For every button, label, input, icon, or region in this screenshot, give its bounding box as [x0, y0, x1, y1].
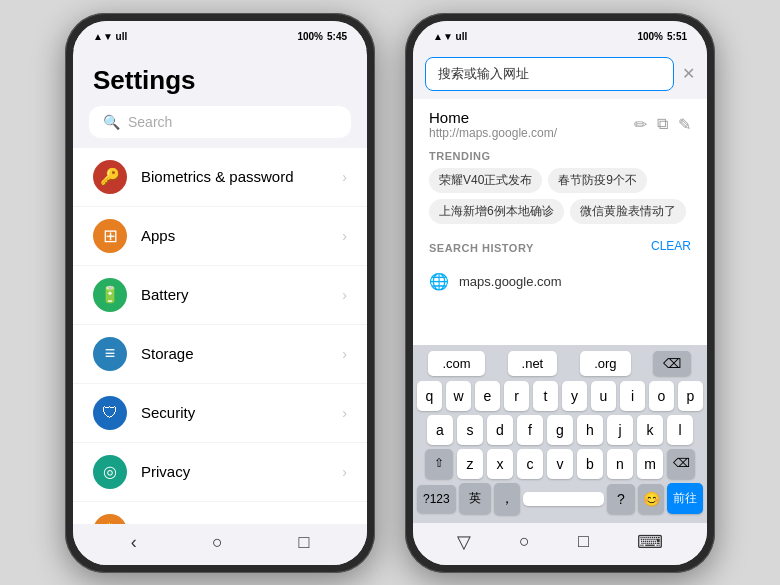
apps-icon: ⊞: [93, 219, 127, 253]
address-text: 搜索或输入网址: [438, 65, 529, 83]
keyboard: .com .net .org ⌫ q w e r t y u i o p a: [413, 345, 707, 523]
key-f[interactable]: f: [517, 415, 543, 445]
menu-item-security[interactable]: 🛡 Security ›: [73, 384, 367, 442]
key-j[interactable]: j: [607, 415, 633, 445]
chevron-icon: ›: [342, 169, 347, 185]
key-comma[interactable]: ，: [494, 483, 520, 515]
key-123[interactable]: ?123: [417, 485, 456, 513]
key-question[interactable]: ?: [607, 484, 635, 514]
key-d[interactable]: d: [487, 415, 513, 445]
del-key[interactable]: ⌫: [667, 449, 695, 479]
key-net[interactable]: .net: [508, 351, 558, 376]
address-input[interactable]: 搜索或输入网址: [425, 57, 674, 91]
key-org[interactable]: .org: [580, 351, 630, 376]
key-w[interactable]: w: [446, 381, 471, 411]
settings-content: Settings 🔍 Search 🔑 Biometrics & passwor…: [73, 49, 367, 524]
key-t[interactable]: t: [533, 381, 558, 411]
key-l[interactable]: l: [667, 415, 693, 445]
right-phone: ▲▼ ull 100% 5:51 搜索或输入网址 ✕ Home http://m…: [405, 13, 715, 573]
key-z[interactable]: z: [457, 449, 483, 479]
edit-icon[interactable]: ✎: [678, 115, 691, 134]
copy-icon[interactable]: ⧉: [657, 115, 668, 134]
back-button-right[interactable]: ▽: [457, 531, 471, 553]
key-lang[interactable]: 英: [459, 483, 491, 514]
key-q[interactable]: q: [417, 381, 442, 411]
key-o[interactable]: o: [649, 381, 674, 411]
history-item-0[interactable]: 🌐 maps.google.com: [429, 266, 691, 297]
keyboard-top-row: .com .net .org ⌫: [417, 351, 703, 376]
key-a[interactable]: a: [427, 415, 453, 445]
menu-item-apps[interactable]: ⊞ Apps ›: [73, 207, 367, 265]
search-history-label: SEARCH HISTORY: [429, 242, 534, 254]
chevron-icon: ›: [342, 287, 347, 303]
key-h[interactable]: h: [577, 415, 603, 445]
recent-button-left[interactable]: □: [298, 532, 309, 553]
key-x[interactable]: x: [487, 449, 513, 479]
keyboard-button-right[interactable]: ⌨: [637, 531, 663, 553]
bookmark-row: Home http://maps.google.com/ ✏ ⧉ ✎: [429, 109, 691, 140]
biometrics-icon: 🔑: [93, 160, 127, 194]
security-icon: 🛡: [93, 396, 127, 430]
status-right-right: 100% 5:51: [637, 31, 687, 42]
key-c[interactable]: c: [517, 449, 543, 479]
status-right-left: 100% 5:45: [297, 31, 347, 42]
chevron-icon: ›: [342, 228, 347, 244]
key-u[interactable]: u: [591, 381, 616, 411]
key-b[interactable]: b: [577, 449, 603, 479]
key-m[interactable]: m: [637, 449, 663, 479]
key-confirm[interactable]: 前往: [667, 483, 703, 514]
storage-label: Storage: [141, 345, 342, 362]
key-com[interactable]: .com: [428, 351, 484, 376]
search-bar[interactable]: 🔍 Search: [89, 106, 351, 138]
search-placeholder: Search: [128, 114, 172, 130]
menu-item-accessibility[interactable]: ✋ Accessibility features ›: [73, 502, 367, 524]
chevron-icon: ›: [342, 405, 347, 421]
key-p[interactable]: p: [678, 381, 703, 411]
status-bar-right: ▲▼ ull 100% 5:51: [413, 21, 707, 49]
key-r[interactable]: r: [504, 381, 529, 411]
tag-1[interactable]: 春节防疫9个不: [548, 168, 647, 193]
menu-item-storage[interactable]: ≡ Storage ›: [73, 325, 367, 383]
key-emoji[interactable]: 😊: [638, 484, 664, 514]
keyboard-row4: ?123 英 ， ? 😊 前往: [417, 483, 703, 515]
tag-2[interactable]: 上海新增6例本地确诊: [429, 199, 564, 224]
key-i[interactable]: i: [620, 381, 645, 411]
pin-icon[interactable]: ✏: [634, 115, 647, 134]
trending-label: TRENDING: [429, 150, 691, 162]
status-signal-left: ▲▼ ull: [93, 31, 127, 42]
keyboard-row2: a s d f g h j k l: [417, 415, 703, 445]
home-button-left[interactable]: ○: [212, 532, 223, 553]
key-space[interactable]: [523, 492, 604, 506]
tag-0[interactable]: 荣耀V40正式发布: [429, 168, 542, 193]
key-g[interactable]: g: [547, 415, 573, 445]
backspace-icon[interactable]: ⌫: [653, 351, 691, 376]
home-button-right[interactable]: ○: [519, 531, 530, 552]
phone-nav-right: ▽ ○ □ ⌨: [413, 523, 707, 565]
chevron-icon: ›: [342, 464, 347, 480]
key-k[interactable]: k: [637, 415, 663, 445]
search-icon: 🔍: [103, 114, 120, 130]
status-signal-right: ▲▼ ull: [433, 31, 467, 42]
back-button-left[interactable]: ‹: [131, 532, 137, 553]
key-v[interactable]: v: [547, 449, 573, 479]
clear-history-button[interactable]: CLEAR: [651, 239, 691, 253]
menu-item-biometrics[interactable]: 🔑 Biometrics & password ›: [73, 148, 367, 206]
trending-tags: 荣耀V40正式发布 春节防疫9个不 上海新增6例本地确诊 微信黄脸表情动了: [429, 168, 691, 224]
tag-3[interactable]: 微信黄脸表情动了: [570, 199, 686, 224]
key-e[interactable]: e: [475, 381, 500, 411]
globe-icon: 🌐: [429, 272, 449, 291]
privacy-icon: ◎: [93, 455, 127, 489]
browser-body: Home http://maps.google.com/ ✏ ⧉ ✎ TREND…: [413, 99, 707, 345]
key-y[interactable]: y: [562, 381, 587, 411]
settings-title: Settings: [73, 49, 367, 106]
address-close-button[interactable]: ✕: [682, 64, 695, 83]
menu-item-battery[interactable]: 🔋 Battery ›: [73, 266, 367, 324]
bookmark-actions: ✏ ⧉ ✎: [634, 115, 691, 134]
menu-item-privacy[interactable]: ◎ Privacy ›: [73, 443, 367, 501]
key-n[interactable]: n: [607, 449, 633, 479]
recent-button-right[interactable]: □: [578, 531, 589, 552]
bookmark-title: Home: [429, 109, 557, 126]
key-s[interactable]: s: [457, 415, 483, 445]
apps-label: Apps: [141, 227, 342, 244]
shift-key[interactable]: ⇧: [425, 449, 453, 479]
